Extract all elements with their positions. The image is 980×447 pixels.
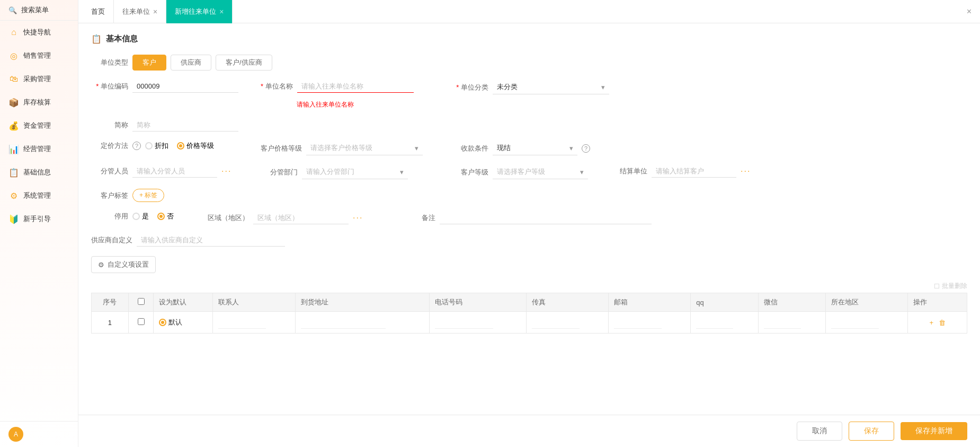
- row-checkbox[interactable]: [138, 318, 145, 325]
- tab-new-partner[interactable]: 新增往来单位 ×: [166, 0, 233, 23]
- unit-name-input[interactable]: [297, 80, 414, 93]
- unit-code-input[interactable]: [132, 80, 238, 93]
- area-more[interactable]: ···: [353, 213, 363, 223]
- th-email: 邮箱: [609, 293, 691, 312]
- section-title: 基本信息: [106, 34, 138, 44]
- customer-tag-group: 客户标签 + 标签: [91, 189, 967, 202]
- settlement-unit-input[interactable]: [652, 165, 736, 178]
- supplier-custom-label: 供应商自定义: [91, 235, 132, 245]
- unit-category-select[interactable]: 未分类 ▾: [493, 80, 609, 94]
- th-contact: 联系人: [213, 293, 295, 312]
- select-all-checkbox[interactable]: [138, 298, 145, 305]
- customer-price-level-select[interactable]: 请选择客户价格等级 ▾: [306, 141, 423, 155]
- tab-home-label: 首页: [91, 7, 105, 16]
- sidebar-item-ops[interactable]: 📊 经营管理: [0, 137, 78, 161]
- phone-input[interactable]: [435, 316, 493, 329]
- sidebar-item-label: 资金管理: [23, 121, 51, 130]
- td-fax[interactable]: [526, 312, 608, 334]
- delete-row-btn[interactable]: 🗑: [939, 319, 946, 327]
- payment-terms-group: 收款条件 现结 ▾ ?: [451, 141, 631, 155]
- disable-radio-yes[interactable]: 是: [132, 212, 149, 221]
- fax-input[interactable]: [532, 316, 580, 329]
- region-input[interactable]: [831, 316, 879, 329]
- pricing-radio-price-level[interactable]: 价格等级: [177, 141, 214, 151]
- sidebar-item-basic[interactable]: 📋 基础信息: [0, 161, 78, 184]
- tab-bar: 首页 往来单位 × 新增往来单位 × ×: [78, 0, 980, 23]
- remark-group: 备注: [398, 212, 967, 224]
- td-checkbox[interactable]: [128, 312, 154, 334]
- td-contact[interactable]: [213, 312, 295, 334]
- type-btn-customer[interactable]: 客户: [132, 55, 166, 71]
- settlement-unit-more[interactable]: ···: [741, 166, 751, 176]
- purchase-icon: 🛍: [8, 74, 19, 84]
- td-seq: 1: [92, 312, 129, 334]
- sidebar-item-quick-nav[interactable]: ⌂ 快捷导航: [0, 21, 78, 44]
- close-all-tabs[interactable]: ×: [963, 5, 976, 19]
- section-header: 📋 基本信息: [91, 34, 967, 44]
- manager-input[interactable]: [132, 165, 217, 178]
- add-row-btn[interactable]: +: [929, 319, 933, 327]
- basic-icon: 📋: [8, 167, 19, 178]
- tab-partner-close[interactable]: ×: [153, 7, 157, 16]
- pricing-radio-discount-label: 折扣: [155, 141, 168, 151]
- save-new-button[interactable]: 保存并新增: [901, 422, 967, 440]
- abbr-row: 简称: [91, 119, 967, 132]
- sidebar-item-purchase[interactable]: 🛍 采购管理: [0, 67, 78, 91]
- type-btn-supplier[interactable]: 供应商: [171, 55, 211, 71]
- td-region[interactable]: [825, 312, 907, 334]
- disable-radio-no-label: 否: [167, 212, 174, 221]
- department-select[interactable]: 请输入分管部门 ▾: [302, 165, 408, 179]
- supplier-custom-group: 供应商自定义: [91, 234, 967, 247]
- address-input[interactable]: [301, 316, 386, 329]
- supplier-custom-input[interactable]: [137, 234, 285, 247]
- remark-input[interactable]: [440, 212, 652, 224]
- pricing-row: 定价方法 ? 折扣 价格等级 客户价格等级 请选择客户价格等级: [91, 141, 967, 155]
- sidebar-item-finance[interactable]: 💰 资金管理: [0, 114, 78, 137]
- tab-home[interactable]: 首页: [83, 0, 114, 23]
- cancel-button[interactable]: 取消: [797, 422, 842, 441]
- disable-radio-no[interactable]: 否: [157, 212, 174, 221]
- sidebar-search[interactable]: 🔍 搜索菜单: [0, 0, 78, 21]
- sidebar-item-system[interactable]: ⚙ 系统管理: [0, 184, 78, 207]
- disable-row: 停用 是 否 区域（地区） ··· 备注: [91, 212, 967, 224]
- qq-input[interactable]: [696, 316, 733, 329]
- area-group: 区域（地区） ···: [208, 212, 398, 224]
- tab-new-partner-close[interactable]: ×: [219, 7, 224, 16]
- td-wechat[interactable]: [758, 312, 825, 334]
- disable-label: 停用: [91, 212, 128, 221]
- area-input[interactable]: [253, 212, 349, 224]
- payment-terms-help[interactable]: ?: [582, 144, 590, 153]
- save-button[interactable]: 保存: [849, 422, 894, 441]
- sidebar-item-inventory[interactable]: 📦 库存核算: [0, 91, 78, 114]
- sidebar-item-sales[interactable]: ◎ 销售管理: [0, 44, 78, 67]
- email-input[interactable]: [614, 316, 662, 329]
- custom-settings-button[interactable]: ⚙ 自定义项设置: [91, 256, 156, 273]
- customer-level-select[interactable]: 请选择客户等级 ▾: [493, 165, 588, 179]
- add-tag-button[interactable]: + 标签: [132, 189, 164, 202]
- unit-code-label: 单位编码: [91, 82, 128, 91]
- td-address[interactable]: [295, 312, 429, 334]
- td-phone[interactable]: [429, 312, 526, 334]
- tab-partner[interactable]: 往来单位 ×: [114, 0, 166, 23]
- manager-more[interactable]: ···: [221, 166, 231, 176]
- sidebar-item-guide[interactable]: 🔰 新手引导: [0, 207, 78, 231]
- unit-name-group: 单位名称 请输入往来单位名称: [261, 80, 451, 109]
- type-btn-both[interactable]: 客户/供应商: [216, 55, 272, 71]
- abbr-input[interactable]: [132, 119, 238, 132]
- td-qq[interactable]: [691, 312, 758, 334]
- wechat-input[interactable]: [764, 316, 801, 329]
- unit-category-label: 单位分类: [451, 83, 488, 92]
- customer-price-level-chevron: ▾: [415, 144, 418, 152]
- default-radio-circle: [159, 319, 166, 326]
- pricing-radio-discount[interactable]: 折扣: [145, 141, 168, 151]
- batch-delete-label[interactable]: 批量删除: [942, 282, 967, 291]
- contact-input[interactable]: [218, 316, 266, 329]
- payment-terms-select[interactable]: 现结 ▾: [493, 141, 577, 155]
- th-default: 设为默认: [154, 293, 213, 312]
- th-region: 所在地区: [825, 293, 907, 312]
- pricing-help[interactable]: ?: [132, 142, 141, 150]
- disable-radio-no-circle: [157, 213, 165, 220]
- th-action: 操作: [908, 293, 967, 312]
- td-email[interactable]: [609, 312, 691, 334]
- default-radio[interactable]: 默认: [159, 318, 207, 327]
